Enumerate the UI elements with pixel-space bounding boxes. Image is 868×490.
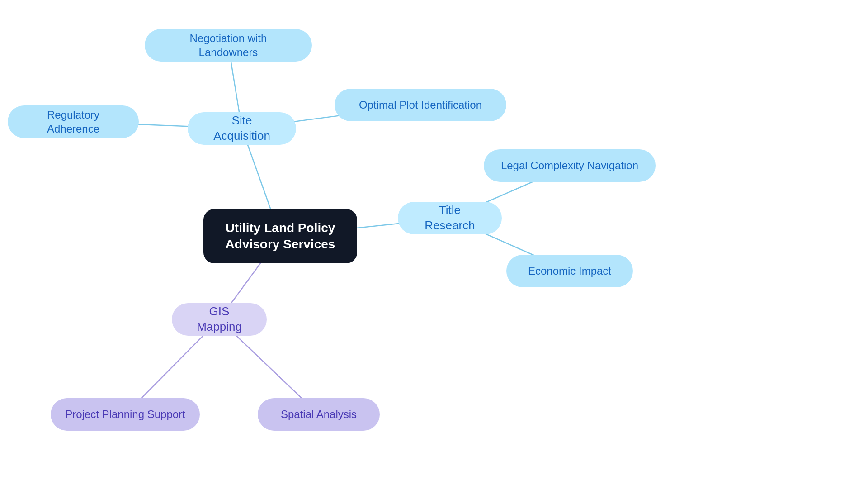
center-node: Utility Land Policy Advisory Services xyxy=(203,209,357,263)
project-planning-node: Project Planning Support xyxy=(51,398,200,431)
economic-impact-node: Economic Impact xyxy=(506,255,633,287)
title-research-node: Title Research xyxy=(398,202,502,234)
gis-mapping-node: GIS Mapping xyxy=(172,303,267,336)
spatial-analysis-node: Spatial Analysis xyxy=(258,398,380,431)
negotiation-landowners-node: Negotiation with Landowners xyxy=(145,29,312,62)
regulatory-adherence-node: Regulatory Adherence xyxy=(8,105,139,138)
legal-complexity-node: Legal Complexity Navigation xyxy=(484,149,656,182)
optimal-plot-node: Optimal Plot Identification xyxy=(335,89,506,121)
site-acquisition-node: Site Acquisition xyxy=(188,112,296,145)
